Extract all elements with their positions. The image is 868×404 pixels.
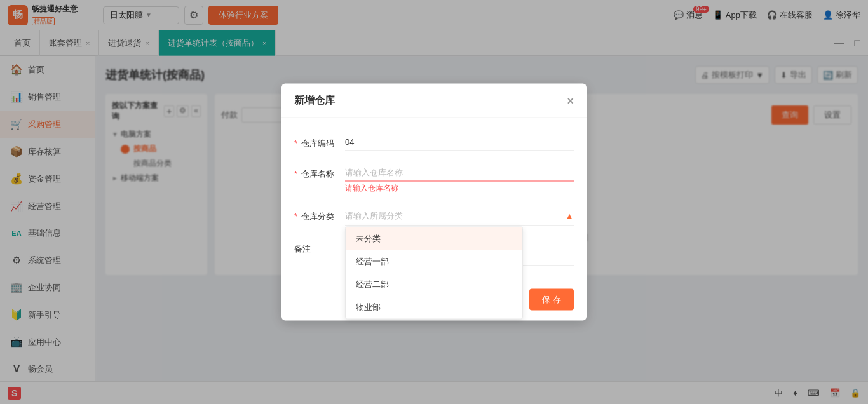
modal-title: 新增仓库 [294,94,335,107]
warehouse-category-label: * 仓库分类 [294,206,345,222]
required-star-3: * [294,212,297,221]
save-button[interactable]: 保 存 [529,289,574,311]
warehouse-name-label: * 仓库名称 [294,164,345,180]
warehouse-code-label: * 仓库编码 [294,133,345,149]
category-option-dept2[interactable]: 经营二部 [346,273,522,296]
warehouse-code-input[interactable] [345,133,574,151]
category-option-uncategorized[interactable]: 未分类 [346,227,522,250]
category-selector[interactable]: 请输入所属分类 ▲ [345,206,574,226]
warehouse-name-row: * 仓库名称 请输入仓库名称 [294,164,574,194]
category-option-dept1[interactable]: 经营一部 [346,250,522,273]
modal-close-button[interactable]: × [567,95,574,106]
warehouse-code-row: * 仓库编码 [294,133,574,151]
category-option-property[interactable]: 物业部 [346,296,522,319]
modal-header: 新增仓库 × [281,84,587,118]
category-placeholder: 请输入所属分类 [345,210,403,222]
category-up-arrow: ▲ [565,211,574,221]
remarks-label: 备注 [294,239,345,255]
warehouse-category-row: * 仓库分类 请输入所属分类 ▲ 未分类 经营一部 经营二部 物业部 [294,206,574,226]
warehouse-name-field-wrap: 请输入仓库名称 [345,164,574,194]
warehouse-name-error: 请输入仓库名称 [345,183,574,194]
modal-body: * 仓库编码 * 仓库名称 请输入仓库名称 * 仓库分类 请输入所属分类 [281,118,587,266]
required-star: * [294,138,297,148]
warehouse-name-input[interactable] [345,164,574,182]
category-dropdown: 未分类 经营一部 经营二部 物业部 [345,227,523,320]
add-warehouse-modal: 新增仓库 × * 仓库编码 * 仓库名称 请输入仓库名称 * [281,84,587,321]
required-star-2: * [294,169,297,178]
